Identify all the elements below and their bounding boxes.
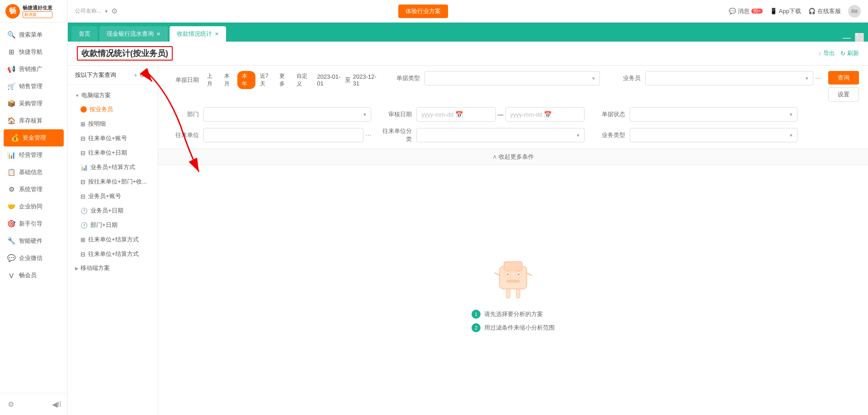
audit-date-end-input[interactable]: yyyy-mm-dd 📅 xyxy=(505,107,585,122)
sidebar-item-system[interactable]: ⚙ 系统管理 xyxy=(0,181,67,198)
empty-step-1: 1 请先选择要分析的方案 xyxy=(472,310,555,319)
message-badge: 99+ xyxy=(751,9,763,14)
date-filter-control: 上月 本月 本年 近7天 更多 自定义 2023-01-01 至 xyxy=(203,71,379,89)
salesperson-more-icon[interactable]: ··· xyxy=(815,74,821,82)
date-tab-more[interactable]: 更多 xyxy=(276,71,292,89)
sidebar-item-basicinfo[interactable]: 📋 基础信息 xyxy=(0,164,67,181)
left-panel-icons: + ⚙ « xyxy=(134,71,151,79)
tree-group-desktop[interactable]: ▼ 电脑端方案 xyxy=(68,89,158,102)
refresh-button[interactable]: ↻ 刷新 xyxy=(840,49,859,57)
voucher-status-dropdown[interactable]: ▾ xyxy=(630,107,797,122)
sidebar-item-marketing[interactable]: 📢 营销推广 xyxy=(0,61,67,78)
sidebar-item-operations[interactable]: 📊 经营管理 xyxy=(0,146,67,164)
date-tab-7days[interactable]: 近7天 xyxy=(256,71,275,89)
collapse-panel-icon[interactable]: « xyxy=(147,71,151,79)
filter-area: 单据日期 上月 本月 本年 近7天 更多 自定义 xyxy=(158,66,868,149)
tree-item-detail[interactable]: ⊞ 按明细 xyxy=(68,117,158,131)
sidebar-item-purchase[interactable]: 📦 采购管理 xyxy=(0,95,67,112)
step1-num: 1 xyxy=(472,310,481,319)
sidebar-item-search[interactable]: 🔍 搜索菜单 xyxy=(0,26,67,43)
add-scheme-icon[interactable]: + xyxy=(134,71,137,79)
counterpart-category-dropdown[interactable]: ▾ xyxy=(416,128,584,142)
business-type-dropdown[interactable]: ▾ xyxy=(630,128,797,142)
sidebar-bottom: ⚙ ◀II xyxy=(0,393,67,415)
user-avatar[interactable]: Rit xyxy=(848,5,861,18)
scheme-settings-icon[interactable]: ⚙ xyxy=(139,71,145,79)
sidebar-item-finance[interactable]: 💰 资金管理 xyxy=(4,129,64,146)
tab-bank[interactable]: 现金银行流水查询 ✕ xyxy=(99,26,168,42)
collapse-bar[interactable]: ∧ 收起更多条件 xyxy=(158,149,868,165)
messages-button[interactable]: 💬 消息 99+ xyxy=(729,7,763,15)
tree-item-unit-account[interactable]: ⊟ 往来单位+账号 xyxy=(68,131,158,146)
counterpart-input[interactable] xyxy=(203,128,363,142)
department-dropdown[interactable]: ▾ xyxy=(203,107,371,122)
date-tab-last-month[interactable]: 上月 xyxy=(203,71,220,89)
tree-item-salesperson-date[interactable]: 🕐 业务员+日期 xyxy=(68,203,158,218)
business-type-label: 业务类型 xyxy=(594,131,630,139)
tree-item-by-salesperson[interactable]: 按业务员 xyxy=(68,102,158,117)
tree-item-salesperson-account[interactable]: ⊟ 业务员+账号 xyxy=(68,189,158,203)
calendar-icon: 📅 xyxy=(455,111,463,118)
counterpart-category-label: 往来单位分类 xyxy=(380,127,416,143)
svg-line-8 xyxy=(527,273,531,275)
top-header: 公司名称... ▾ ⚙ 体验行业方案 💬 消息 99+ 📱 App下载 🎧 在线… xyxy=(68,0,868,23)
search-icon: 🔍 xyxy=(7,31,15,39)
audit-date-start-input[interactable]: yyyy-mm-dd 📅 xyxy=(416,107,495,122)
app-download-button[interactable]: 📱 App下载 xyxy=(770,7,801,15)
purchase-icon: 📦 xyxy=(7,99,15,108)
sidebar-item-enterprise[interactable]: 🤝 企业协同 xyxy=(0,198,67,215)
unit-dept-icon: ⊟ xyxy=(80,179,85,185)
tree-item-unit-settle1[interactable]: ⊞ 往来单位+结算方式 xyxy=(68,232,158,247)
audit-date-label: 审核日期 xyxy=(380,110,416,118)
voucher-status-label: 单据状态 xyxy=(594,110,630,118)
tree-group-mobile[interactable]: ▶ 移动端方案 xyxy=(68,261,158,275)
voucher-status-arrow-icon: ▾ xyxy=(790,112,793,118)
counterpart-more-icon[interactable]: ··· xyxy=(365,131,371,139)
tab-minimize-icon[interactable]: — xyxy=(843,33,851,42)
empty-step-2: 2 用过滤条件来缩小分析范围 xyxy=(472,323,555,332)
tab-home[interactable]: 首页 xyxy=(71,26,98,42)
trial-button[interactable]: 体验行业方案 xyxy=(398,5,448,18)
voucher-type-dropdown[interactable]: ▾ xyxy=(425,71,600,85)
settings-button[interactable]: 设置 xyxy=(828,87,859,102)
query-button[interactable]: 查询 xyxy=(828,71,859,85)
sidebar-item-inventory[interactable]: 🏠 库存核算 xyxy=(0,112,67,129)
salesperson-dropdown[interactable]: ▾ xyxy=(645,71,813,85)
logo-badge: 标准版 xyxy=(23,11,52,18)
counterpart-category-arrow-icon: ▾ xyxy=(577,132,580,138)
unit-date-icon: ⊟ xyxy=(80,150,85,156)
tab-collection-close-icon[interactable]: ✕ xyxy=(215,31,219,37)
tree-item-dept-date[interactable]: 🕐 部门+日期 xyxy=(68,218,158,232)
sidebar-settings-icon[interactable]: ⚙ xyxy=(5,398,17,410)
sidebar-item-wechat[interactable]: 💬 企业微信 xyxy=(0,250,67,267)
tab-collection[interactable]: 收款情况统计 ✕ xyxy=(170,26,226,42)
sidebar-item-hardware[interactable]: 🔧 智能硬件 xyxy=(0,232,67,250)
header-gear-icon[interactable]: ⚙ xyxy=(111,7,118,15)
refresh-icon: ↻ xyxy=(840,50,845,57)
tree-expand-icon: ▼ xyxy=(75,93,80,98)
tab-maximize-icon[interactable]: ⬜ xyxy=(854,33,864,42)
tree-item-unit-date[interactable]: ⊟ 往来单位+日期 xyxy=(68,146,158,160)
header-right: 💬 消息 99+ 📱 App下载 🎧 在线客服 Rit xyxy=(729,5,861,18)
tree-item-unit-settle2[interactable]: ⊟ 往来单位+结算方式 xyxy=(68,247,158,261)
online-service-button[interactable]: 🎧 在线客服 xyxy=(808,7,841,15)
export-button[interactable]: ↑ 导出 xyxy=(819,49,835,57)
sidebar-item-sales[interactable]: 🛒 销售管理 xyxy=(0,78,67,95)
sidebar-item-member[interactable]: V 畅会员 xyxy=(0,267,67,284)
date-tab-this-year[interactable]: 本年 xyxy=(237,71,255,89)
logo-text: 畅捷通好生意 xyxy=(23,5,52,11)
member-icon: V xyxy=(7,271,15,279)
date-start[interactable]: 2023-01-01 xyxy=(317,73,343,87)
tree-item-unit-dept-collect[interactable]: ⊟ 按往来单位+部门+收... xyxy=(68,174,158,189)
date-tab-custom[interactable]: 自定义 xyxy=(293,71,314,89)
tab-bank-close-icon[interactable]: ✕ xyxy=(156,31,160,37)
sidebar-item-guide[interactable]: 🎯 新手引导 xyxy=(0,215,67,232)
sidebar-collapse-icon[interactable]: ◀II xyxy=(50,398,63,410)
tree-item-salesperson-settle[interactable]: 📊 业务员+结算方式 xyxy=(68,160,158,174)
date-label: 单据日期 xyxy=(167,76,203,84)
system-icon: ⚙ xyxy=(7,185,15,193)
basicinfo-icon: 📋 xyxy=(7,168,15,176)
sidebar-item-quicknav[interactable]: ⊞ 快捷导航 xyxy=(0,43,67,61)
date-end[interactable]: 2023-12-31 xyxy=(353,73,379,87)
date-tab-this-month[interactable]: 本月 xyxy=(221,71,237,89)
